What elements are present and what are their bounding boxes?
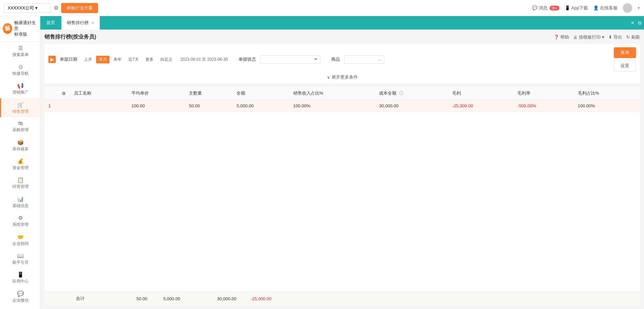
sidebar-item-purchase[interactable]: 🛍 采购管理: [0, 117, 40, 136]
sidebar: 畅 畅康通好生意 标准版 ☰ 搜索菜单 ⊙ 快捷导航 📢 营销推广 🛒 销售管理…: [0, 16, 40, 309]
message-label: 消息: [539, 5, 548, 11]
tab-close-window-icon[interactable]: ✕: [631, 20, 635, 25]
expand-down-icon: ∨: [327, 75, 330, 80]
footer-amount: 5,000.00: [159, 296, 186, 301]
cost-info-icon[interactable]: ⓘ: [399, 91, 403, 96]
sidebar-label-system: 系统管理: [12, 222, 29, 227]
header-right: 💬 消息 99+ 📱 App下载 👤 在线客服 ▾: [532, 3, 640, 13]
page-title: 销售排行榜(按业务员): [44, 34, 96, 41]
cell-gross-rate: -500.00%: [513, 100, 573, 112]
cell-gross: -25,000.00: [448, 100, 513, 112]
col-gross-pct: 毛利占比%: [574, 87, 640, 100]
refresh-icon: ↻: [626, 35, 630, 40]
status-select[interactable]: [260, 55, 320, 64]
tab-sales-ranking-label: 销售排行榜: [67, 20, 89, 26]
col-settings[interactable]: ⚙: [58, 87, 70, 100]
expand-label: 展开更多条件: [332, 74, 358, 80]
tab-bar-right: ✕ ⧉: [631, 20, 644, 26]
refresh-button[interactable]: ↻ 刷新: [626, 34, 640, 40]
page-header: 销售排行榜(按业务员) ❓ 帮助 🖨 按模板打印 ▾ ⬇ 导出: [44, 34, 640, 41]
page-actions: ❓ 帮助 🖨 按模板打印 ▾ ⬇ 导出 ↻ 刷新: [554, 34, 640, 40]
user-dropdown-icon[interactable]: ▾: [638, 5, 640, 10]
goods-select[interactable]: ···: [344, 55, 384, 64]
filter-settings-button[interactable]: 设置: [614, 60, 636, 71]
page-content: 销售排行榜(按业务员) ❓ 帮助 🖨 按模板打印 ▾ ⬇ 导出: [40, 30, 644, 309]
sidebar-item-marketing[interactable]: 📢 营销推广: [0, 79, 40, 98]
export-icon: ⬇: [608, 35, 612, 40]
date-tab-this-year[interactable]: 本年: [111, 56, 124, 63]
sidebar-item-finance[interactable]: 💰 资金管理: [0, 155, 40, 173]
goods-filter-label: 商品: [331, 56, 340, 62]
quick-nav-icon: ⊙: [18, 64, 23, 70]
help-button[interactable]: ❓ 帮助: [554, 34, 569, 40]
sidebar-item-member[interactable]: ♦ 畅会员: [0, 306, 40, 309]
tab-bar: 首页 销售排行榜 × ✕ ⧉: [40, 16, 644, 30]
company-selector[interactable]: XXXXXX公司 ▾: [4, 3, 51, 13]
system-icon: ⚙: [18, 215, 23, 221]
date-tab-more[interactable]: 更多: [143, 56, 156, 63]
table-wrapper: ⚙ 员工名称 平均单价 主数量 全额 销售收入占比% 成本全额 ⓘ 毛利 毛利率: [44, 87, 640, 305]
inventory-icon: 📦: [17, 139, 24, 146]
sidebar-item-enterprise[interactable]: 🤝 企业协同: [0, 230, 40, 249]
query-area: 查询 设置: [614, 47, 636, 71]
sidebar-item-app-center[interactable]: 📱 应用中心: [0, 268, 40, 287]
online-service-item[interactable]: 👤 在线客服: [593, 5, 617, 11]
sidebar-item-operations[interactable]: 📋 经营管理: [0, 173, 40, 192]
service-label: 在线客服: [600, 5, 617, 11]
message-item[interactable]: 💬 消息 99+: [532, 5, 559, 11]
finance-icon: 💰: [17, 158, 24, 164]
basic-info-icon: 📊: [17, 196, 24, 202]
cell-main-qty: 50.00: [185, 100, 232, 112]
app-download-item[interactable]: 📱 App下载: [565, 5, 588, 11]
tab-home[interactable]: 首页: [40, 16, 61, 30]
export-button[interactable]: ⬇ 导出: [608, 34, 622, 40]
tab-close-button[interactable]: ×: [91, 20, 94, 25]
industry-button[interactable]: 体验行业方案: [61, 3, 98, 13]
sidebar-item-wechat[interactable]: 💬 企业微信: [0, 287, 40, 306]
date-tab-last-7[interactable]: 近7天: [126, 56, 141, 63]
purchase-icon: 🛍: [18, 120, 23, 126]
tab-sales-ranking[interactable]: 销售排行榜 ×: [61, 16, 100, 30]
expand-more-button[interactable]: ∨ 展开更多条件: [327, 74, 358, 80]
sidebar-item-search-order[interactable]: ☰ 搜索菜单: [0, 42, 40, 60]
top-header: XXXXXX公司 ▾ ⚙ 体验行业方案 💬 消息 99+ 📱 App下载 👤 在…: [0, 0, 644, 16]
date-tabs: 上月 本月 本年 近7天 更多 自定义: [81, 56, 175, 63]
logo-icon: 畅: [3, 23, 12, 34]
sidebar-label-marketing: 营销推广: [12, 90, 29, 95]
template-print-button[interactable]: 🖨 按模板打印 ▾: [573, 34, 604, 40]
col-gross-rate: 毛利率: [513, 87, 573, 100]
filter-expand-arrow[interactable]: ▶: [48, 56, 56, 63]
sidebar-label-wechat: 企业微信: [12, 298, 29, 303]
sidebar-item-sales[interactable]: 🛒 销售管理: [0, 98, 40, 117]
sidebar-item-quick-nav[interactable]: ⊙ 快捷导航: [0, 60, 40, 79]
sidebar-item-inventory[interactable]: 📦 库存核算: [0, 136, 40, 155]
dropdown-icon: ▾: [35, 5, 38, 10]
date-tab-this-month[interactable]: 本月: [96, 56, 110, 63]
footer-total-label: 合计: [72, 296, 105, 302]
sidebar-item-guide[interactable]: 📖 新手引导: [0, 249, 40, 268]
query-button[interactable]: 查询: [614, 47, 636, 58]
date-tab-custom[interactable]: 自定义: [158, 56, 175, 63]
print-dropdown-icon: ▾: [602, 35, 604, 40]
wechat-icon: 💬: [17, 291, 24, 297]
status-filter-label: 单据状态: [239, 56, 256, 62]
avatar[interactable]: [623, 3, 632, 13]
col-cost-label: 成本全额: [379, 91, 396, 96]
col-amount: 全额: [232, 87, 289, 100]
table-header-row: ⚙ 员工名称 平均单价 主数量 全额 销售收入占比% 成本全额 ⓘ 毛利 毛利率: [44, 87, 640, 100]
footer-gross: -25,000.00: [247, 296, 280, 301]
date-tab-last-month[interactable]: 上月: [81, 56, 95, 63]
sidebar-item-basic-info[interactable]: 📊 基础信息: [0, 193, 40, 211]
marketing-icon: 📢: [17, 83, 24, 89]
sidebar-label-operations: 经营管理: [12, 184, 29, 189]
settings-icon[interactable]: ⚙: [54, 5, 58, 11]
cell-gross-pct: 100.00%: [574, 100, 640, 112]
col-cost: 成本全额 ⓘ: [375, 87, 448, 100]
template-print-label: 按模板打印: [579, 34, 601, 40]
cell-sales-pct: 100.00%: [289, 100, 375, 112]
app-center-icon: 📱: [17, 271, 24, 278]
tab-restore-icon[interactable]: ⧉: [638, 20, 641, 26]
sidebar-item-system[interactable]: ⚙ 系统管理: [0, 211, 40, 230]
filter-row: ▶ 单据日期 上月 本月 本年 近7天 更多 自定义 2023-06-01 至 …: [48, 47, 636, 71]
company-name: XXXXXX公司: [8, 5, 34, 11]
